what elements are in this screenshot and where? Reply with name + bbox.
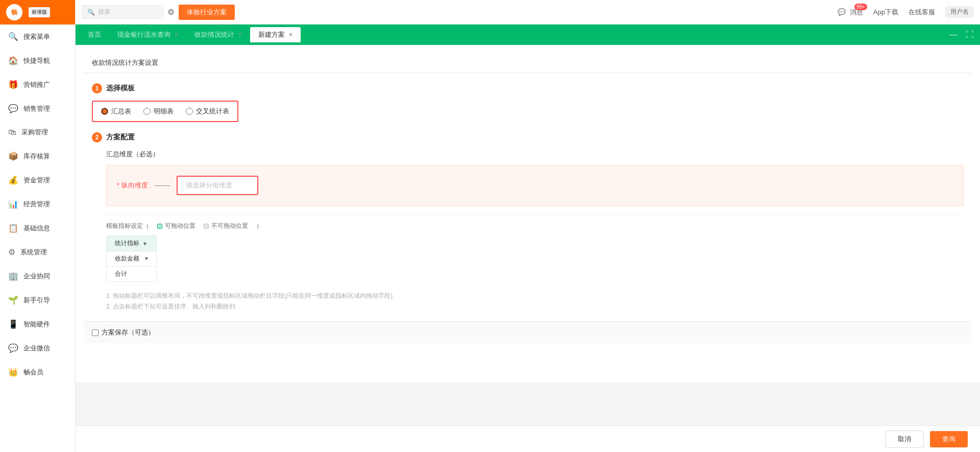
template-select-area: 汇总表 明细表 交叉统计表 — [92, 101, 238, 122]
dim-subtitle: 汇总维度（必选） — [106, 150, 964, 159]
message-icon: 💬 — [838, 8, 846, 16]
sales-icon: 💬 — [8, 104, 18, 113]
query-button[interactable]: 查询 — [930, 431, 968, 447]
radio-crosstab-label[interactable]: 交叉统计表 — [196, 107, 229, 116]
sidebar-item-enterprise[interactable]: 🏢 企业协同 — [0, 264, 75, 288]
window-minimize-icon[interactable]: — — [947, 28, 960, 41]
trial-btn[interactable]: 体验行业方案 — [179, 5, 235, 20]
sidebar-item-purchase[interactable]: 🛍 采购管理 — [0, 121, 75, 144]
save-checkbox-label[interactable]: 方案保存（可选） — [92, 328, 155, 337]
gear-icon[interactable]: ⚙ — [167, 7, 175, 17]
dimension-area: * 纵向维度 —— 请选择分组维度 — [106, 165, 964, 206]
sidebar-item-hardware[interactable]: 📱 智能硬件 — [0, 312, 75, 336]
user-info[interactable]: 用户名 — [945, 6, 974, 18]
enterprise-icon: 🏢 — [8, 271, 18, 281]
tab-collection-stat[interactable]: 收款情况统计 × — [186, 27, 250, 42]
radio-detail[interactable]: 明细表 — [143, 107, 174, 116]
window-maximize-icon[interactable]: ⛶ — [964, 28, 976, 41]
logo-icon: 畅 — [6, 4, 22, 20]
radio-crosstab-input[interactable] — [186, 108, 193, 115]
hardware-icon: 📱 — [8, 319, 18, 329]
search-icon: 🔍 — [8, 32, 18, 41]
tab-home[interactable]: 首页 — [80, 27, 109, 42]
purchase-icon: 🛍 — [8, 128, 16, 137]
close-tab-new-plan[interactable]: × — [289, 31, 292, 38]
draggable-dot — [157, 224, 162, 229]
sidebar-item-inventory[interactable]: 📦 库存核算 — [0, 144, 75, 168]
step2-section: 2 方案配置 汇总维度（必选） * 纵向维度 —— 请选择分组维度 — [92, 132, 964, 311]
sidebar-item-finance[interactable]: 💰 资金管理 — [0, 168, 75, 192]
indicators-legend: 模板指标设定（ 可拖动位置 不可拖动位置 ） — [106, 222, 964, 230]
vertical-dim-label: * 纵向维度 — [117, 181, 148, 190]
newbie-icon: 🌱 — [8, 295, 18, 305]
message-badge[interactable]: 💬 99+ 消息 — [838, 8, 863, 17]
header-search[interactable]: 🔍 搜索 — [82, 5, 163, 19]
content-area: 收款情况统计方案设置 1 选择模板 汇总表 明细表 — [76, 45, 980, 382]
indicators-section: 模板指标设定（ 可拖动位置 不可拖动位置 ） — [106, 214, 964, 311]
finance-icon: 💰 — [8, 175, 18, 185]
step2-header: 2 方案配置 — [92, 132, 964, 142]
close-tab-collection-stat[interactable]: × — [238, 31, 242, 38]
header-right: 💬 99+ 消息 App下载 在线客服 用户名 — [838, 6, 974, 18]
sidebar-item-marketing[interactable]: 🎁 营销推广 — [0, 73, 75, 97]
fixed-dot — [204, 224, 209, 229]
wechat-icon: 💬 — [8, 343, 18, 353]
tab-bank-flow[interactable]: 现金银行流水查询 × — [109, 27, 186, 42]
step1-header: 1 选择模板 — [92, 83, 964, 93]
sidebar: 畅 畅捷通好生意 标准版 🔍 搜索菜单 🏠 快捷导航 🎁 营销推广 💬 销售管理… — [0, 0, 76, 452]
page-title: 收款情况统计方案设置 — [84, 53, 972, 73]
legend-draggable: 可拖动位置 — [157, 222, 195, 230]
member-icon: 👑 — [8, 367, 18, 377]
close-tab-bank-flow[interactable]: × — [175, 31, 178, 38]
radio-crosstab[interactable]: 交叉统计表 — [186, 107, 229, 116]
sidebar-item-quick-nav[interactable]: 🏠 快捷导航 — [0, 49, 75, 73]
indicator-table-header[interactable]: 统计指标 ▾ — [107, 236, 156, 251]
step2-num: 2 — [92, 132, 102, 142]
main-content: 收款情况统计方案设置 1 选择模板 汇总表 明细表 — [76, 45, 980, 452]
sidebar-item-member[interactable]: 👑 畅会员 — [0, 360, 75, 384]
indicators-header-text: 模板指标设定（ — [106, 222, 149, 230]
app-download-link[interactable]: App下载 — [873, 8, 898, 17]
sidebar-item-system[interactable]: ⚙ 系统管理 — [0, 240, 75, 264]
save-checkbox[interactable] — [92, 329, 99, 336]
radio-detail-input[interactable] — [143, 108, 151, 115]
header: 🔍 搜索 ⚙ 体验行业方案 💬 99+ 消息 App下载 在线客服 用户名 — [76, 0, 980, 25]
radio-summary-input[interactable] — [101, 108, 108, 115]
inventory-icon: 📦 — [8, 151, 18, 161]
indicator-table: 统计指标 ▾ 收款金额 ▾ 合计 — [106, 235, 157, 282]
step2-label: 方案配置 — [106, 133, 135, 142]
dropdown-arrow-icon[interactable]: ▾ — [143, 240, 146, 247]
radio-summary[interactable]: 汇总表 — [101, 107, 131, 116]
footer: 取消 查询 — [76, 425, 980, 452]
sidebar-item-newbie[interactable]: 🌱 新手引导 — [0, 288, 75, 312]
tab-bar: 首页 现金银行流水查询 × 收款情况统计 × 新建方案 × — ⛶ — [76, 25, 980, 45]
save-section: 方案保存（可选） — [84, 321, 972, 343]
sidebar-item-wechat[interactable]: 💬 企业微信 — [0, 336, 75, 360]
online-service-link[interactable]: 在线客服 — [909, 8, 935, 17]
tab-new-plan[interactable]: 新建方案 × — [250, 27, 301, 42]
legend-fixed: 不可拖动位置 — [204, 222, 248, 230]
step1-label: 选择模板 — [106, 84, 135, 93]
row-dropdown-icon[interactable]: ▾ — [145, 255, 148, 262]
dim-select-box[interactable]: 请选择分组维度 — [177, 176, 258, 195]
gift-icon: 🎁 — [8, 80, 18, 89]
header-left: 🔍 搜索 ⚙ 体验行业方案 — [82, 5, 235, 20]
step1-num: 1 — [92, 83, 102, 93]
vertical-dim-row: * 纵向维度 —— 请选择分组维度 — [117, 176, 258, 195]
search-input-icon: 🔍 — [87, 9, 95, 16]
indicator-row-1: 合计 — [107, 267, 156, 281]
cancel-button[interactable]: 取消 — [885, 431, 924, 448]
dim-arrow: —— — [154, 181, 170, 190]
sidebar-item-sales[interactable]: 💬 销售管理 — [0, 97, 75, 121]
operation-icon: 📊 — [8, 199, 18, 209]
basic-icon: 📋 — [8, 223, 18, 233]
sidebar-item-search-menu[interactable]: 🔍 搜索菜单 — [0, 25, 75, 49]
radio-summary-label[interactable]: 汇总表 — [111, 107, 131, 116]
tab-controls: — ⛶ — [947, 28, 976, 41]
sidebar-item-basic[interactable]: 📋 基础信息 — [0, 216, 75, 240]
radio-detail-label[interactable]: 明细表 — [154, 107, 174, 116]
tips-area: 1. 拖动标题栏可以调整布局，不可跨维度或指标区域拖动栏目字段(只能在同一维度或… — [106, 292, 964, 311]
step1-section: 1 选择模板 汇总表 明细表 交叉统计表 — [92, 83, 964, 122]
system-icon: ⚙ — [8, 247, 15, 257]
sidebar-item-operation[interactable]: 📊 经营管理 — [0, 192, 75, 216]
